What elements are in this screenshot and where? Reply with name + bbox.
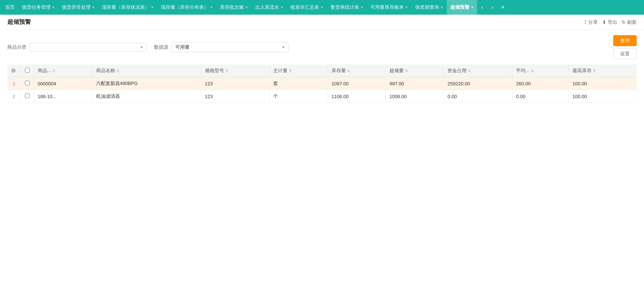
header-actions: ⤴ 分享 ⬇ 导出 ↻ 刷新 [584, 19, 637, 26]
cell-capital: 0.00 [444, 90, 512, 103]
category-label: 商品分类 [7, 44, 26, 51]
cell-spec: 123 [201, 90, 270, 103]
nav-item-home[interactable]: 首页 [1, 0, 18, 15]
nav-item-order-stat[interactable]: 要货单统计表 × [327, 0, 367, 15]
table-row: 1 0000004 六配套新昌490BPG 123 套 1097.00 997.… [7, 77, 637, 90]
share-icon: ⤴ [584, 19, 587, 25]
cell-max: 100.00 [568, 90, 637, 103]
nav-close-avail-stock[interactable]: × [405, 5, 408, 10]
nav-close-stock-status[interactable]: × [151, 5, 154, 10]
th-sort-unit[interactable]: 主计量 ⇅ [273, 67, 292, 74]
sort-icon-product-code: ⇅ [52, 68, 55, 73]
cell-avg: 260.00 [512, 77, 569, 90]
category-filter-group: 商品分类 ▾ [7, 43, 147, 52]
row-num: 2 [7, 90, 21, 103]
nav-close-task[interactable]: × [52, 5, 55, 10]
nav-close-stock-dist[interactable]: × [210, 5, 213, 10]
cell-stock: 1097.00 [328, 77, 385, 90]
page-header: 超储预警 ⤴ 分享 ⬇ 导出 ↻ 刷新 [0, 15, 644, 30]
cell-product-name: 六配套新昌490BPG [92, 77, 201, 90]
cell-spec: 123 [201, 77, 270, 90]
nav-arrow-right[interactable]: › [487, 0, 498, 15]
cell-unit: 个 [270, 90, 328, 103]
nav-close-batch[interactable]: × [245, 5, 248, 10]
cell-product-code: 0000004 [34, 77, 92, 90]
th-max[interactable]: 最高库存 ⇅ [568, 64, 637, 77]
th-over[interactable]: 超储量 ⇅ [386, 64, 444, 77]
settings-button[interactable]: 设置 [613, 48, 637, 59]
export-button[interactable]: ⬇ 导出 [602, 19, 617, 26]
row-checkbox[interactable] [25, 93, 30, 98]
sort-icon-over: ⇅ [405, 68, 408, 73]
nav-close-quality[interactable]: × [440, 5, 443, 10]
nav-close-inout[interactable]: × [281, 5, 283, 10]
table-body: 1 0000004 六配套新昌490BPG 123 套 1097.00 997.… [7, 77, 637, 103]
nav-close-over-stock[interactable]: × [471, 5, 473, 10]
nav-item-batch[interactable]: 库存批次账 × [216, 0, 252, 15]
th-spec[interactable]: 规格型号 ⇅ [201, 64, 270, 77]
row-checkbox[interactable] [25, 81, 30, 85]
th-sort-spec[interactable]: 规格型号 ⇅ [205, 67, 228, 74]
table-header-row: ⚙ 商品... ⇅ 商品名称 ⇅ [7, 64, 637, 77]
cell-capital: 259220.00 [444, 77, 512, 90]
datasource-select[interactable]: 可用量 ▾ [171, 42, 289, 52]
share-button[interactable]: ⤴ 分享 [584, 19, 598, 26]
select-all-checkbox[interactable] [25, 68, 30, 73]
th-sort-over[interactable]: 超储量 ⇅ [389, 67, 408, 74]
nav-close-abnormal[interactable]: × [92, 5, 95, 10]
row-num: 1 [7, 77, 21, 90]
refresh-button[interactable]: ↻ 刷新 [622, 19, 637, 26]
nav-item-abnormal[interactable]: 拣货异常处理 × [58, 0, 98, 15]
datasource-filter-group: 数据源 可用量 ▾ [154, 42, 289, 52]
nav-arrow-close-all[interactable]: × [498, 0, 508, 15]
th-product-code[interactable]: 商品... ⇅ [34, 64, 92, 77]
gear-icon: ⚙ [11, 67, 16, 74]
th-stock[interactable]: 库存量 ⇅ [328, 64, 385, 77]
th-product-name[interactable]: 商品名称 ⇅ [92, 64, 201, 77]
cell-unit: 套 [270, 77, 328, 90]
category-select[interactable]: ▾ [29, 43, 147, 52]
th-sort-product-code[interactable]: 商品... ⇅ [38, 67, 56, 74]
sort-icon-avg: ⇅ [531, 68, 534, 73]
nav-item-stock-dist[interactable]: 现存量（库存分布表） × [157, 0, 216, 15]
row-checkbox-cell [21, 77, 34, 90]
nav-item-over-stock[interactable]: 超储预警 × [447, 0, 477, 15]
sort-icon-max: ⇅ [593, 68, 596, 73]
nav-item-quality[interactable]: 保质期查询 × [411, 0, 447, 15]
export-icon: ⬇ [602, 19, 606, 25]
th-sort-stock[interactable]: 库存量 ⇅ [332, 67, 350, 74]
th-sort-capital[interactable]: 资金占用 ⇅ [447, 67, 471, 74]
datasource-select-value: 可用量 [175, 44, 190, 51]
top-navigation: 首页 拣货任务管理 × 拣货异常处理 × 现存量（库存状况表） × 现存量（库存… [0, 0, 644, 15]
cell-stock: 1106.00 [328, 90, 385, 103]
th-unit[interactable]: 主计量 ⇅ [270, 64, 328, 77]
sort-icon-capital: ⇅ [468, 68, 471, 73]
action-buttons: 查询 设置 [613, 35, 637, 59]
th-checkbox [21, 64, 34, 77]
category-chevron-icon: ▾ [140, 45, 143, 50]
th-sort-max[interactable]: 最高库存 ⇅ [572, 67, 596, 74]
th-sort-avg[interactable]: 平均... ⇅ [516, 67, 534, 74]
nav-close-collect[interactable]: × [321, 5, 323, 10]
th-avg[interactable]: 平均... ⇅ [512, 64, 569, 77]
nav-arrow-left[interactable]: ‹ [477, 0, 487, 15]
cell-product-code: 186-10... [34, 90, 92, 103]
query-button[interactable]: 查询 [613, 35, 637, 46]
row-checkbox-cell [21, 90, 34, 103]
nav-item-inout[interactable]: 出入库流水 × [252, 0, 287, 15]
nav-item-stock-status[interactable]: 现存量（库存状况表） × [98, 0, 157, 15]
th-capital[interactable]: 资金占用 ⇅ [444, 64, 512, 77]
nav-item-task[interactable]: 拣货任务管理 × [18, 0, 58, 15]
column-settings-button[interactable]: ⚙ [11, 67, 16, 74]
table-row: 2 186-10... 机油滤清器 123 个 1106.00 1006.00 … [7, 90, 637, 103]
cell-over: 997.00 [386, 77, 444, 90]
sort-icon-product-name: ⇅ [116, 68, 120, 73]
table-container: ⚙ 商品... ⇅ 商品名称 ⇅ [0, 64, 644, 103]
cell-max: 100.00 [568, 77, 637, 90]
th-sort-product-name[interactable]: 商品名称 ⇅ [96, 67, 120, 74]
data-table: ⚙ 商品... ⇅ 商品名称 ⇅ [7, 64, 637, 103]
nav-item-collect[interactable]: 收发存汇总表 × [287, 0, 327, 15]
nav-item-avail-stock[interactable]: 可用量库存账本 × [367, 0, 411, 15]
nav-close-order-stat[interactable]: × [361, 5, 363, 10]
cell-over: 1006.00 [386, 90, 444, 103]
